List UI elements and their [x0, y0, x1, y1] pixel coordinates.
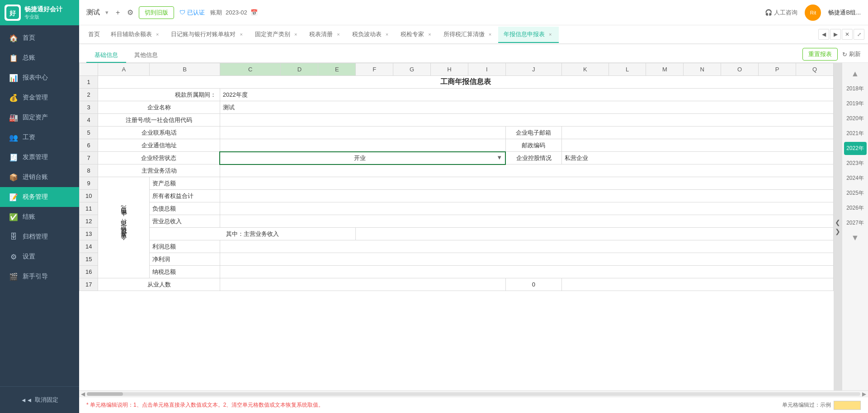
cell-net-profit[interactable] — [220, 253, 833, 266]
year-btn-2019年[interactable]: 2019年 — [844, 97, 867, 110]
spreadsheet-container[interactable]: A B C D E F G H I J — [79, 63, 834, 390]
scroll-right-arrow[interactable]: ▶ — [862, 391, 866, 397]
sidebar-item-发票管理[interactable]: 🧾发票管理 — [0, 147, 79, 167]
tab-close-btn[interactable]: × — [335, 32, 341, 38]
tab-expand-btn[interactable]: ⤢ — [854, 29, 864, 40]
scroll-left-arrow[interactable]: ◀ — [81, 391, 85, 397]
settings-icon[interactable]: ⚙ — [127, 8, 133, 17]
tab-prev-btn[interactable]: ◀ — [818, 29, 829, 40]
cell-equity[interactable] — [220, 190, 833, 202]
col-header-f: F — [356, 63, 393, 76]
year-scroll-down-btn[interactable]: ▼ — [849, 230, 862, 245]
col-header-g: G — [393, 63, 431, 76]
cell-main-revenue[interactable] — [356, 228, 834, 240]
cell-employees-right[interactable] — [562, 278, 834, 291]
tab-label: 科目辅助余额表 — [111, 30, 152, 38]
tab-close-all-btn[interactable]: ✕ — [842, 29, 853, 40]
tab-item-固定资产类别[interactable]: 固定资产类别× — [250, 27, 304, 43]
sidebar-item-归档管理[interactable]: 🗄归档管理 — [0, 227, 79, 247]
sidebar-item-总账[interactable]: 📋总账 — [0, 48, 79, 68]
year-btn-2023年[interactable]: 2023年 — [844, 157, 867, 170]
cancel-fixed-btn[interactable]: ◄◄ 取消固定 — [0, 391, 79, 408]
dropdown-arrow-icon[interactable]: ▾ — [105, 9, 108, 16]
tab-next-btn[interactable]: ▶ — [830, 29, 841, 40]
cell-liabilities[interactable] — [220, 202, 833, 215]
tab-close-btn[interactable]: × — [293, 32, 298, 38]
tab-item-首页[interactable]: 首页 — [83, 27, 105, 43]
sidebar: 好 畅捷通好会计 专业版 🏠首页📋总账📊报表中心💰资金管理🏭固定资产👥工资🧾发票… — [0, 0, 79, 413]
calendar-icon[interactable]: 📅 — [250, 9, 258, 16]
certified-text: 已认证 — [187, 9, 205, 17]
cell-postcode[interactable] — [562, 139, 834, 152]
h-scroll-track[interactable] — [87, 392, 860, 396]
tab-close-btn[interactable]: × — [384, 32, 390, 38]
tab-item-日记账与银行对账单核对[interactable]: 日记账与银行对账单核对× — [165, 27, 249, 43]
year-btn-2021年[interactable]: 2021年 — [844, 127, 867, 140]
tab-item-税表清册[interactable]: 税表清册× — [304, 27, 346, 43]
cell-tax-period[interactable]: 2022年度 — [220, 89, 833, 101]
sidebar-item-报表中心[interactable]: 📊报表中心 — [0, 68, 79, 88]
sidebar-item-设置[interactable]: ⚙设置 — [0, 247, 79, 267]
year-btn-2027年[interactable]: 2027年 — [844, 216, 867, 230]
h-scroll-bar[interactable]: ◀ ▶ — [79, 390, 868, 397]
year-btn-2022年[interactable]: 2022年 — [844, 142, 867, 155]
tab-close-btn[interactable]: × — [487, 32, 493, 38]
table-row: 6 企业通信地址 邮政编码 — [80, 139, 834, 152]
sidebar-item-首页[interactable]: 🏠首页 — [0, 28, 79, 48]
refresh-btn[interactable]: ↻ 刷新 — [842, 50, 861, 58]
top-bar: 测试 ▾ + ⚙ 切到旧版 🛡 已认证 账期 2023-02 📅 🎧 人工咨询 — [79, 0, 868, 25]
cell-address[interactable] — [220, 139, 505, 152]
cell-total-profit[interactable] — [220, 240, 833, 253]
reset-report-btn[interactable]: 重置报表 — [802, 48, 838, 61]
tab-item-所得税汇算清缴[interactable]: 所得税汇算清缴× — [438, 27, 498, 43]
cell-biz-status[interactable]: 开业 ▼ — [220, 152, 505, 164]
tab-close-btn[interactable]: × — [547, 32, 553, 38]
cell-employees-value[interactable]: 0 — [505, 278, 561, 291]
year-btn-2020年[interactable]: 2020年 — [844, 112, 867, 125]
h-scroll-thumb[interactable] — [87, 392, 123, 396]
cell-reg-no[interactable] — [220, 114, 833, 127]
table-row: 16 纳税总额 — [80, 266, 834, 278]
tab-close-btn[interactable]: × — [155, 32, 160, 38]
cell-assets-group: 企业资产状况信息(币种：人民币万元) — [98, 177, 150, 278]
cell-email[interactable] — [562, 127, 834, 139]
add-tab-btn[interactable]: + — [116, 9, 120, 17]
year-btn-2025年[interactable]: 2025年 — [844, 187, 867, 200]
cell-holding[interactable]: 私营企业 — [562, 152, 834, 164]
page-area: 基础信息其他信息 重置报表 ↻ 刷新 — [79, 44, 868, 413]
side-collapse-btn[interactable]: ❮ ❯ — [834, 63, 842, 390]
sidebar-item-结账[interactable]: ✅结账 — [0, 207, 79, 227]
tab-bar: 首页科目辅助余额表×日记账与银行对账单核对×固定资产类别×税表清册×税负波动表×… — [79, 25, 868, 44]
tab-item-科目辅助余额表[interactable]: 科目辅助余额表× — [105, 27, 165, 43]
sidebar-item-税务管理[interactable]: 📝税务管理 — [0, 187, 79, 207]
cell-main-biz[interactable] — [220, 164, 833, 177]
sidebar-item-新手引导[interactable]: 🎬新手引导 — [0, 267, 79, 286]
sidebar-item-资金管理[interactable]: 💰资金管理 — [0, 88, 79, 108]
sub-tab-其他信息[interactable]: 其他信息 — [126, 48, 166, 63]
year-btn-2024年[interactable]: 2024年 — [844, 172, 867, 185]
cell-company-name[interactable]: 测试 — [220, 101, 833, 114]
tab-item-税负波动表[interactable]: 税负波动表× — [347, 27, 395, 43]
tab-item-税检专家[interactable]: 税检专家× — [395, 27, 438, 43]
sidebar-item-工资[interactable]: 👥工资 — [0, 127, 79, 147]
cell-employees-left[interactable] — [220, 278, 505, 291]
year-btn-2026年[interactable]: 2026年 — [844, 202, 867, 215]
switch-version-btn[interactable]: 切到旧版 — [139, 6, 174, 19]
human-service-btn[interactable]: 🎧 人工咨询 — [765, 9, 797, 17]
row-num-14: 14 — [80, 240, 98, 253]
tab-close-btn[interactable]: × — [238, 32, 244, 38]
sidebar-item-进销台账[interactable]: 📦进销台账 — [0, 167, 79, 187]
cell-total-assets[interactable] — [220, 177, 833, 190]
cell-total-tax[interactable] — [220, 266, 833, 278]
cell-total-revenue[interactable] — [220, 215, 833, 228]
row-num-15: 15 — [80, 253, 98, 266]
svg-text:好: 好 — [9, 9, 16, 17]
tab-close-btn[interactable]: × — [427, 32, 432, 38]
year-btn-2018年[interactable]: 2018年 — [844, 82, 867, 95]
sub-tab-基础信息[interactable]: 基础信息 — [86, 48, 126, 63]
sidebar-item-固定资产[interactable]: 🏭固定资产 — [0, 108, 79, 127]
tab-item-年报信息申报表[interactable]: 年报信息申报表× — [498, 27, 558, 43]
cell-phone[interactable] — [220, 127, 505, 139]
year-scroll-up-btn[interactable]: ▲ — [849, 66, 862, 81]
nav-icon: 🗄 — [9, 232, 18, 241]
